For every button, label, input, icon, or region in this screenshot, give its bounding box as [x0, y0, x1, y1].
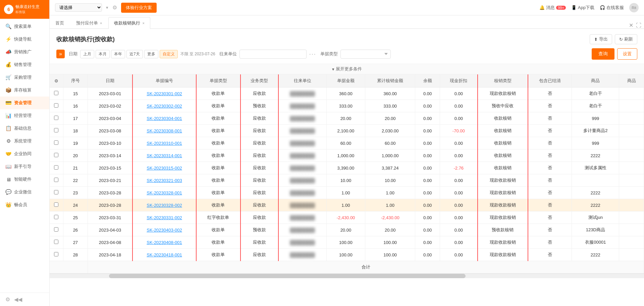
last-month-btn[interactable]: 上月 [80, 50, 94, 58]
row-checkbox[interactable] [54, 202, 58, 207]
app-download-btn[interactable]: 📱 App下载 [571, 5, 594, 11]
last-7days-btn[interactable]: 近7天 [126, 50, 143, 58]
cell-checkbox[interactable] [50, 199, 63, 211]
industry-btn[interactable]: 体验行业方案 [121, 3, 157, 13]
this-year-btn[interactable]: 本年 [111, 50, 125, 58]
refresh-btn[interactable]: ↻ 刷新 [615, 34, 637, 44]
slip-no-link[interactable]: SK-20230315-002 [147, 166, 182, 171]
sidebar-item-system[interactable]: ⚙ 系统管理 [0, 135, 49, 147]
gear-icon-topbar[interactable]: ⚙ [112, 4, 117, 11]
tab-prepay[interactable]: 预付应付单 × [70, 17, 108, 29]
cell-checkbox[interactable] [50, 187, 63, 199]
page-header-actions: ⬆ 导出 ↻ 刷新 [590, 34, 637, 44]
cell-checkbox[interactable] [50, 137, 63, 149]
horizontal-scrollbar[interactable] [50, 273, 644, 278]
this-month-btn[interactable]: 本月 [96, 50, 110, 58]
cell-checkbox[interactable] [50, 174, 63, 187]
sidebar-item-hardware[interactable]: 🖥 智能硬件 [0, 173, 49, 186]
slip-no-link[interactable]: SK-20230304-001 [147, 116, 182, 121]
collapse-icon[interactable]: ◀◀ [14, 296, 22, 303]
slip-no-link[interactable]: SK-20230331-002 [147, 215, 182, 220]
sidebar-item-marketing[interactable]: 📣 营销推广 [0, 46, 49, 58]
cell-checkbox[interactable] [50, 236, 63, 249]
data-table-wrapper: ⚙ 序号 日期 单据编号 单据类型 业务类型 往来单位 单据金额 累计核销金额 … [50, 74, 644, 273]
settings-icon[interactable]: ⚙ [5, 296, 10, 303]
sidebar-item-sales[interactable]: 💰 销售管理 [0, 58, 49, 71]
messages-btn[interactable]: 🔔 消息 99+ [539, 5, 566, 11]
row-checkbox[interactable] [54, 190, 58, 194]
th-gear[interactable]: ⚙ [50, 74, 63, 87]
row-checkbox[interactable] [54, 91, 58, 95]
row-checkbox[interactable] [54, 140, 58, 145]
sidebar-item-operations[interactable]: 📊 经营管理 [0, 109, 49, 122]
settings-btn[interactable]: 设置 [617, 48, 637, 60]
query-btn[interactable]: 查询 [592, 48, 614, 60]
tab-close-icon[interactable]: ✕ [629, 22, 633, 28]
sidebar-item-search[interactable]: 🔍 搜索菜单 [0, 20, 49, 33]
finance-label: 资金管理 [14, 100, 32, 106]
sidebar-item-quick-nav[interactable]: ⚡ 快捷导航 [0, 33, 49, 46]
row-checkbox[interactable] [54, 153, 58, 157]
row-checkbox[interactable] [54, 227, 58, 232]
row-checkbox[interactable] [54, 165, 58, 170]
th-goods: 商品 [572, 74, 619, 87]
cell-checkbox[interactable] [50, 100, 63, 112]
slip-no-link[interactable]: SK-20230302-002 [147, 104, 182, 109]
row-checkbox[interactable] [54, 252, 58, 256]
page-header: 收款核销执行(按收款) ⬆ 导出 ↻ 刷新 [50, 29, 644, 44]
sidebar-item-wechat[interactable]: 💬 企业微信 [0, 186, 49, 198]
sidebar-item-inventory[interactable]: 📦 库存核算 [0, 84, 49, 97]
sidebar-item-purchase[interactable]: 🛒 采购管理 [0, 71, 49, 84]
filter-expand-btn[interactable]: » [56, 50, 65, 58]
cell-checkbox[interactable] [50, 224, 63, 236]
row-checkbox[interactable] [54, 116, 58, 120]
tab-verify-close[interactable]: × [142, 21, 144, 25]
cell-checkbox[interactable] [50, 211, 63, 224]
slip-no-link[interactable]: SK-20230408-001 [147, 240, 182, 245]
more-date-btn[interactable]: 更多 [144, 50, 158, 58]
tab-prepay-close[interactable]: × [100, 21, 102, 25]
row-checkbox[interactable] [54, 240, 58, 244]
cell-checkbox[interactable] [50, 162, 63, 174]
sidebar-item-finance[interactable]: 💳 资金管理 [0, 97, 49, 109]
row-checkbox[interactable] [54, 128, 58, 132]
tab-verify[interactable]: 收款核销执行 × [108, 17, 150, 29]
slip-no-link[interactable]: SK-20230314-001 [147, 153, 182, 158]
sidebar-item-member[interactable]: 👑 畅会员 [0, 198, 49, 211]
sidebar-item-guide[interactable]: 📖 新手引导 [0, 160, 49, 173]
slip-no-link[interactable]: SK-20230310-001 [147, 141, 182, 146]
sidebar-item-basics[interactable]: 📋 基础信息 [0, 122, 49, 135]
slip-no-link[interactable]: SK-20230403-002 [147, 228, 182, 233]
tab-home[interactable]: 首页 [50, 17, 70, 29]
online-service-btn[interactable]: 🎧 在线客服 [600, 5, 624, 11]
cell-checkbox[interactable] [50, 249, 63, 261]
slip-no-link[interactable]: SK-20230418-001 [147, 252, 182, 257]
company-select[interactable]: 请选择 [55, 3, 102, 12]
cell-checkbox[interactable] [50, 125, 63, 137]
user-avatar[interactable]: Rit [629, 3, 639, 12]
sidebar-item-enterprise[interactable]: 🤝 企业协同 [0, 147, 49, 160]
tab-expand-icon[interactable]: ⛶ [636, 22, 641, 28]
custom-date-btn[interactable]: 自定义 [160, 50, 178, 58]
partner-input[interactable] [239, 50, 307, 59]
cell-checkbox[interactable] [50, 112, 63, 125]
slip-no-link[interactable]: SK-20230301-002 [147, 91, 182, 96]
th-date: 日期 [88, 74, 132, 87]
slip-no-link[interactable]: SK-20230328-002 [147, 203, 182, 208]
row-checkbox[interactable] [54, 215, 58, 219]
slip-no-link[interactable]: SK-20230308-001 [147, 128, 182, 133]
chevron-down-icon[interactable]: ▾ [106, 5, 108, 10]
cell-biz-type: 应收款 [240, 211, 278, 224]
cell-seq: 28 [63, 249, 88, 261]
export-btn[interactable]: ⬆ 导出 [590, 34, 612, 44]
cell-verify-type: 预收款核销 [478, 224, 528, 236]
scrollbar-thumb[interactable] [109, 274, 466, 278]
row-checkbox[interactable] [54, 178, 58, 182]
row-checkbox[interactable] [54, 103, 58, 108]
slip-type-select[interactable] [340, 50, 391, 59]
expand-more-btn[interactable]: ▾ 展开更多条件 [50, 64, 644, 74]
slip-no-link[interactable]: SK-20230328-001 [147, 190, 182, 195]
slip-no-link[interactable]: SK-20230321-003 [147, 178, 182, 183]
cell-checkbox[interactable] [50, 87, 63, 100]
cell-checkbox[interactable] [50, 149, 63, 162]
